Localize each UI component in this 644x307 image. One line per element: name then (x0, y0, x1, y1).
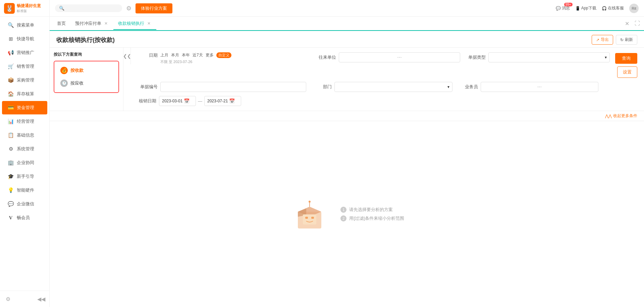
sidebar-item-system[interactable]: ⚙ 系统管理 (2, 142, 47, 156)
topbar-search-icon: 🔍 (59, 6, 64, 11)
date-custom-badge[interactable]: 自定义 (216, 52, 231, 58)
collapse-sidebar-btn[interactable]: ◀◀ (36, 294, 47, 304)
service-icon: 🎧 (602, 6, 607, 11)
settings-bottom-btn[interactable]: ⚙ (3, 294, 13, 304)
date-range-note: 不限 至 2023-07-26 (160, 59, 231, 64)
filter-buttons: 查询 设置 (615, 52, 637, 78)
receipt-option-icon: 💰 (60, 67, 68, 74)
chevron-down-icon: ▾ (605, 55, 607, 60)
bill-no-label: 单据编号 (138, 84, 158, 90)
cal-start-icon[interactable]: 📅 (184, 98, 190, 104)
date-this-year[interactable]: 本年 (182, 52, 190, 58)
filter-right-panel: 日期 上月 本月 本年 近7天 更多 自定义 不限 至 2023-07-26 (131, 48, 644, 111)
empty-tip-1: 1 请先选择要分析的方案 (340, 207, 404, 213)
online-service-btn[interactable]: 🎧 在线客服 (602, 5, 624, 11)
member-icon: V (7, 214, 14, 221)
query-btn[interactable]: 查询 (615, 53, 637, 64)
topbar-gear-icon[interactable]: ⚙ (126, 5, 131, 12)
filter-option-by-receivable[interactable]: 🕐 按应收 (57, 77, 116, 90)
industry-btn[interactable]: 体验行业方案 (136, 3, 172, 13)
guide-icon: 🎓 (7, 173, 14, 180)
filter-left-panel: 按以下方案查询 💰 按收款 🕐 按应收 (50, 48, 123, 111)
date-shortcuts: 上月 本月 本年 近7天 更多 自定义 (160, 52, 231, 58)
tab-bar: 首页 预付冲应付单 ✕ 收款核销执行 ✕ ✕ ⛶ (50, 17, 644, 31)
sidebar-item-marketing[interactable]: 📢 营销推广 (2, 46, 47, 59)
svg-rect-4 (305, 217, 308, 219)
topbar: 🔍 ⚙ 体验行业方案 💬 消息 99+ 📱 App下载 🎧 在线客服 (50, 0, 644, 17)
export-btn[interactable]: ↗ 导出 (592, 35, 613, 45)
date-this-month[interactable]: 本月 (171, 52, 179, 58)
operations-icon: 📊 (7, 118, 14, 125)
sidebar-item-inventory[interactable]: 🏠 库存核算 (2, 87, 47, 101)
enterprise-icon: 🏢 (7, 159, 14, 166)
setting-btn[interactable]: 设置 (617, 66, 637, 78)
date-last-month[interactable]: 上月 (160, 52, 168, 58)
sidebar-item-member[interactable]: V 畅会员 (2, 211, 47, 224)
svg-point-7 (309, 201, 311, 203)
tab-expand-btn[interactable]: ⛶ (633, 20, 641, 27)
date-label: 日期 (138, 52, 158, 58)
date-range-separator: — (198, 99, 202, 104)
tab-home[interactable]: 首页 (52, 18, 70, 30)
sidebar-item-funds[interactable]: 💳 资金管理 (2, 101, 47, 114)
filter-option-by-receipt[interactable]: 💰 按收款 (57, 64, 116, 77)
main-area: 🔍 ⚙ 体验行业方案 💬 消息 99+ 📱 App下载 🎧 在线客服 (50, 0, 644, 307)
sidebar-item-guide[interactable]: 🎓 新手引导 (2, 170, 47, 183)
bill-type-label: 单据类型 (466, 54, 486, 60)
sidebar-item-quick-nav[interactable]: ⊞ 快捷导航 (2, 32, 47, 46)
filter-panel-body: 💰 按收款 🕐 按应收 (54, 61, 119, 93)
filter-area: 按以下方案查询 💰 按收款 🕐 按应收 ❮❮ (50, 48, 644, 111)
collapse-more-btn[interactable]: ⋀⋀ 收起更多条件 (50, 111, 644, 121)
date-more-btn[interactable]: 更多 (206, 52, 214, 58)
tab-close-receipt[interactable]: ✕ (146, 21, 152, 26)
tab-close-all-btn[interactable]: ✕ (624, 20, 631, 28)
sidebar-item-operations[interactable]: 📊 经营管理 (2, 115, 47, 128)
tab-bar-actions: ✕ ⛶ (624, 20, 641, 28)
sidebar-item-basic[interactable]: 📋 基础信息 (2, 129, 47, 142)
sales-icon: 🛒 (7, 63, 14, 70)
tab-close-prepay[interactable]: ✕ (103, 21, 109, 26)
basic-icon: 📋 (7, 132, 14, 139)
cal-end-icon[interactable]: 📅 (229, 98, 235, 104)
verify-date-label: 核销日期 (138, 98, 156, 104)
refresh-icon: ↻ (620, 38, 624, 42)
tip-num-1: 1 (340, 207, 346, 213)
avatar: Rit (629, 4, 639, 13)
inventory-icon: 🏠 (7, 91, 14, 97)
counterpart-label: 往来单位 (316, 54, 336, 60)
tab-receipt[interactable]: 收款核销执行 ✕ (113, 18, 156, 30)
user-profile-btn[interactable]: Rit (629, 4, 639, 13)
system-icon: ⚙ (7, 146, 14, 152)
sidebar-item-sales[interactable]: 🛒 销售管理 (2, 60, 47, 73)
staff-input[interactable]: ··· (481, 82, 598, 92)
refresh-btn[interactable]: ↻ 刷新 (616, 35, 637, 45)
tab-prepay[interactable]: 预付冲应付单 ✕ (70, 18, 113, 30)
verify-date-end[interactable]: 2023-07-21 📅 (204, 96, 241, 106)
bill-type-select[interactable]: ▾ (488, 52, 610, 62)
verify-date-start[interactable]: 2023-03-01 📅 (159, 96, 196, 106)
empty-illustration (289, 197, 330, 231)
counterpart-input[interactable]: ··· (339, 52, 460, 62)
sidebar-item-purchase[interactable]: 📦 采购管理 (2, 73, 47, 87)
page-actions: ↗ 导出 ↻ 刷新 (592, 35, 637, 45)
dept-label: 部门 (312, 84, 332, 90)
search-icon: 🔍 (7, 22, 14, 29)
filter-panel-header: 按以下方案查询 (54, 52, 119, 57)
svg-rect-5 (311, 217, 314, 219)
dept-select[interactable]: ▾ (334, 82, 452, 92)
sidebar-item-wechat[interactable]: 💬 企业微信 (2, 197, 47, 211)
sidebar-item-search[interactable]: 🔍 搜索菜单 (2, 18, 47, 32)
topbar-search-area[interactable]: 🔍 (55, 4, 122, 12)
collapse-panel-btn[interactable]: ❮❮ (123, 48, 131, 64)
message-btn[interactable]: 💬 消息 99+ (556, 5, 570, 11)
app-download-btn[interactable]: 📱 App下载 (575, 5, 596, 11)
date-7days[interactable]: 近7天 (193, 52, 203, 58)
funds-icon: 💳 (7, 104, 14, 111)
hardware-icon: 💡 (7, 187, 14, 194)
message-icon: 💬 (556, 6, 561, 11)
sidebar-item-hardware[interactable]: 💡 智能硬件 (2, 184, 47, 197)
sidebar-item-enterprise[interactable]: 🏢 企业协同 (2, 156, 47, 169)
bill-no-input[interactable] (160, 82, 306, 92)
collapse-icon: ⋀⋀ (605, 114, 612, 118)
topbar-right: 💬 消息 99+ 📱 App下载 🎧 在线客服 Rit (556, 4, 639, 13)
